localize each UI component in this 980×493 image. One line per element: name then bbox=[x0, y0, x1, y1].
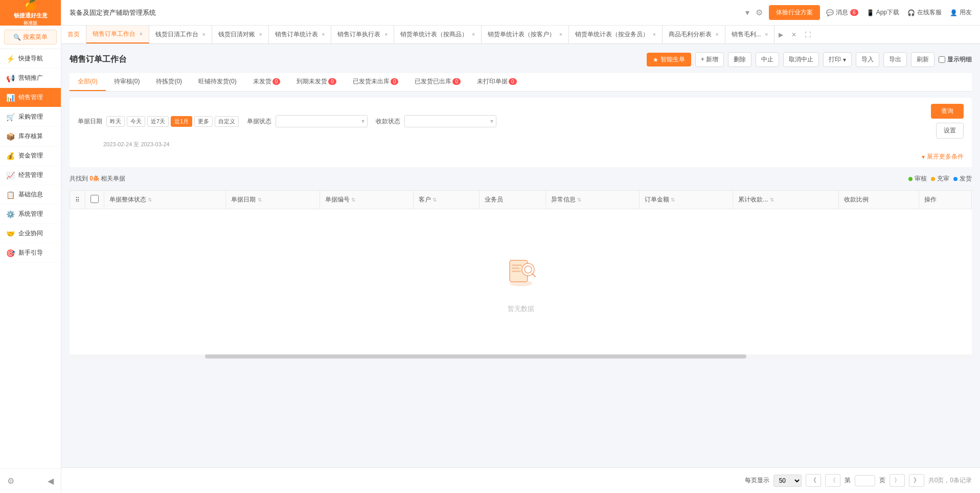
tab-close-by-salesman[interactable]: × bbox=[653, 32, 656, 37]
page-size-select[interactable]: 20 50 100 200 bbox=[773, 475, 802, 487]
delete-button[interactable]: 删除 bbox=[728, 52, 751, 67]
set-button[interactable]: 设置 bbox=[936, 123, 964, 139]
topbar-gear-icon[interactable]: ⚙ bbox=[756, 8, 763, 17]
filter-tab-wangpu[interactable]: 旺铺待发货(0) bbox=[190, 73, 245, 91]
th-salesman[interactable]: 业务员 bbox=[479, 191, 545, 209]
th-date[interactable]: 单据日期 ⇅ bbox=[226, 191, 320, 209]
svg-line-7 bbox=[532, 274, 535, 277]
tab-close-cash-reconcile[interactable]: × bbox=[259, 32, 262, 37]
tab-gross-margin[interactable]: 商品毛利分析表 × bbox=[663, 26, 725, 43]
user-item[interactable]: 👤 用友 bbox=[950, 8, 972, 17]
last-page-button[interactable]: 》 bbox=[909, 474, 924, 487]
th-customer[interactable]: 客户 ⇅ bbox=[413, 191, 479, 209]
export-button[interactable]: 导出 bbox=[883, 52, 907, 67]
filter-tab-pending-pick[interactable]: 待拣货(0) bbox=[148, 73, 190, 91]
sidebar-item-purchase[interactable]: 🛒 采购管理 bbox=[0, 107, 61, 127]
th-ratio[interactable]: 收款比例 bbox=[838, 191, 919, 209]
tab-cash-daily[interactable]: 钱货日清工作台 × bbox=[149, 26, 212, 43]
filter-tab-pending-review[interactable]: 待审核(0) bbox=[106, 73, 148, 91]
print-button[interactable]: 打印 ▾ bbox=[823, 52, 852, 67]
tab-nav-maximize[interactable]: ⛶ bbox=[801, 31, 815, 38]
th-checkbox[interactable] bbox=[85, 191, 104, 209]
filter-tab-not-printed[interactable]: 未打印单据0 bbox=[469, 73, 525, 91]
cancel-stop-button[interactable]: 取消中止 bbox=[783, 52, 819, 67]
filter-tab-shipped-out[interactable]: 已发货已出库0 bbox=[406, 73, 469, 91]
date-btn-1month[interactable]: 近1月 bbox=[171, 116, 192, 127]
refresh-button[interactable]: 刷新 bbox=[911, 52, 935, 67]
tab-close-sales-exec[interactable]: × bbox=[384, 32, 388, 37]
date-btn-7days[interactable]: 近7天 bbox=[147, 116, 169, 127]
search-menu-button[interactable]: 🔍 搜索菜单 bbox=[4, 30, 57, 44]
tab-sales-by-product[interactable]: 销货单统计表（按商品） × bbox=[394, 26, 482, 43]
filter-tab-not-shipped[interactable]: 未发货0 bbox=[245, 73, 289, 91]
tab-close-sales-stats[interactable]: × bbox=[322, 32, 325, 37]
message-item[interactable]: 💬 消息 6 bbox=[826, 8, 858, 17]
filter-tab-overdue-ship[interactable]: 到期未发货0 bbox=[288, 73, 345, 91]
ship-action-btn[interactable]: 发货 bbox=[953, 174, 972, 183]
sidebar-item-inventory[interactable]: 📦 库存核算 bbox=[0, 127, 61, 146]
tab-home[interactable]: 首页 bbox=[61, 26, 86, 43]
filter-tab-shipped-not-out[interactable]: 已发货未出库0 bbox=[345, 73, 407, 91]
sidebar-item-guide[interactable]: 🎯 新手引导 bbox=[0, 243, 61, 263]
expand-button[interactable]: ▾ 展开更多条件 bbox=[922, 152, 964, 161]
sidebar-item-quick-nav[interactable]: ⚡ 快捷导航 bbox=[0, 49, 61, 69]
date-btn-more[interactable]: 更多 bbox=[194, 116, 213, 127]
tab-sales-exec[interactable]: 销售订单执行表 × bbox=[331, 26, 394, 43]
select-all-checkbox[interactable] bbox=[90, 195, 99, 203]
th-amount[interactable]: 订单金额 ⇅ bbox=[640, 191, 733, 209]
tab-sales-gross[interactable]: 销售毛利... × bbox=[725, 26, 775, 43]
sidebar-item-system[interactable]: ⚙️ 系统管理 bbox=[0, 205, 61, 224]
tab-cash-reconcile[interactable]: 钱货日清对账 × bbox=[212, 26, 269, 43]
page-input[interactable]: 1 bbox=[855, 475, 875, 486]
th-exception[interactable]: 异常信息 ⇅ bbox=[545, 191, 639, 209]
date-btn-yesterday[interactable]: 昨天 bbox=[106, 116, 125, 127]
tab-close-sales-order[interactable]: × bbox=[140, 31, 143, 37]
sidebar-item-operations[interactable]: 📈 经营管理 bbox=[0, 166, 61, 185]
query-button[interactable]: 查询 bbox=[931, 104, 964, 119]
tab-sales-by-salesman[interactable]: 销货单统计表（按业务员） × bbox=[569, 26, 663, 43]
new-button[interactable]: + 新增 bbox=[695, 52, 724, 67]
horizontal-scrollbar[interactable] bbox=[70, 354, 972, 358]
sidebar-item-basic-info[interactable]: 📋 基础信息 bbox=[0, 185, 61, 205]
app-download-item[interactable]: 📱 App下载 bbox=[867, 8, 899, 17]
th-received[interactable]: 累计收款... ⇅ bbox=[733, 191, 838, 209]
tab-close-by-product[interactable]: × bbox=[472, 32, 475, 37]
tab-sales-order[interactable]: 销售订单工作台 × bbox=[86, 26, 149, 43]
sidebar-item-finance[interactable]: 💰 资金管理 bbox=[0, 146, 61, 166]
show-detail-checkbox[interactable] bbox=[939, 56, 945, 63]
summary-text: 共找到 0条 相关单据 bbox=[70, 174, 125, 183]
date-btn-custom[interactable]: 自定义 bbox=[215, 116, 239, 127]
reverse-audit-action-btn[interactable]: 充审 bbox=[931, 174, 949, 183]
sidebar-item-enterprise[interactable]: 🤝 企业协同 bbox=[0, 224, 61, 243]
stop-button[interactable]: 中止 bbox=[756, 52, 779, 67]
filter-tab-all[interactable]: 全部(0) bbox=[70, 73, 106, 91]
settings-button[interactable]: ⚙ bbox=[5, 474, 16, 488]
payment-input[interactable] bbox=[404, 115, 496, 127]
tab-nav-right[interactable]: ▶ bbox=[774, 31, 787, 38]
sidebar-item-sales[interactable]: 📊 销售管理 bbox=[0, 88, 61, 107]
date-btn-today[interactable]: 今天 bbox=[127, 116, 145, 127]
tab-nav-close-all[interactable]: ✕ bbox=[787, 31, 801, 38]
next-page-button[interactable]: 〉 bbox=[890, 474, 905, 487]
tab-close-gross-margin[interactable]: × bbox=[716, 32, 719, 37]
solution-button[interactable]: 体验行业方案 bbox=[769, 5, 820, 20]
first-page-button[interactable]: 《 bbox=[806, 474, 821, 487]
collapse-button[interactable]: ◀ bbox=[45, 474, 56, 488]
page-title-row: 销售订单工作台 ★ 智能生单 + 新增 删除 中止 取消中止 打印 ▾ 导入 bbox=[70, 52, 972, 67]
scrollbar-thumb[interactable] bbox=[205, 354, 746, 358]
online-service-item[interactable]: 🎧 在线客服 bbox=[907, 8, 942, 17]
th-number[interactable]: 单据编号 ⇅ bbox=[320, 191, 413, 209]
tab-close-sales-gross[interactable]: × bbox=[765, 32, 768, 37]
smart-create-button[interactable]: ★ 智能生单 bbox=[647, 53, 691, 66]
show-detail-label[interactable]: 显示明细 bbox=[939, 55, 972, 64]
tab-close-by-customer[interactable]: × bbox=[559, 32, 562, 37]
sidebar-item-marketing[interactable]: 📢 营销推广 bbox=[0, 69, 61, 88]
tab-sales-by-customer[interactable]: 销货单统计表（按客户） × bbox=[482, 26, 569, 43]
tab-sales-stats[interactable]: 销售订单统计表 × bbox=[269, 26, 332, 43]
th-status[interactable]: 单据整体状态 ⇅ bbox=[104, 191, 226, 209]
import-button[interactable]: 导入 bbox=[856, 52, 879, 67]
audit-action-btn[interactable]: 审核 bbox=[908, 174, 927, 183]
status-input[interactable] bbox=[276, 115, 368, 127]
prev-page-button[interactable]: 〈 bbox=[825, 474, 840, 487]
tab-close-cash-daily[interactable]: × bbox=[202, 32, 206, 37]
